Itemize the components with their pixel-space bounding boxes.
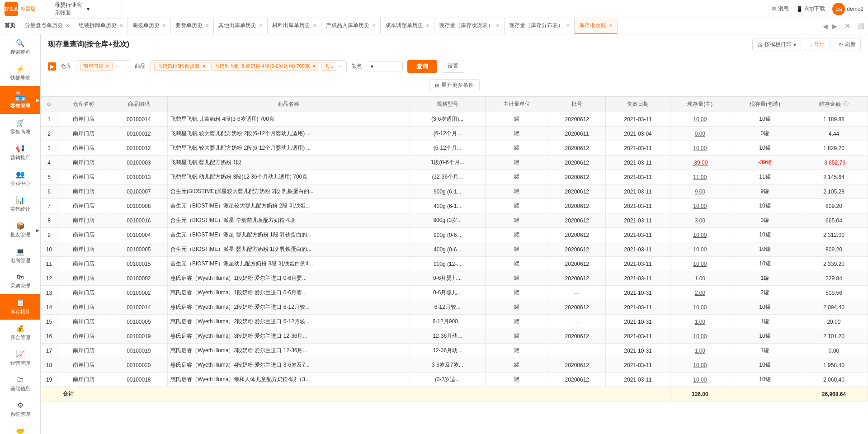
color-filter-group[interactable]: ▾ [367, 61, 403, 71]
td-stock-main[interactable]: 10.00 [670, 257, 730, 271]
marketing-icon: 📢 [16, 144, 25, 153]
td-stock-main[interactable]: 2.00 [670, 286, 730, 300]
td-name: 合生元（BIOSTIME）派星 婴儿配方奶粉 1段 乳铁蛋白的... [167, 242, 410, 257]
product-tag-1[interactable]: 飞鹤奶粉3段两提装 ✕ [154, 62, 209, 71]
tab-disassemble-label: 组装拆卸单历史 [79, 22, 117, 29]
td-stock-main[interactable]: 10.00 [670, 358, 730, 373]
td-stock-main[interactable]: 1.00 [670, 315, 730, 329]
td-stock-main[interactable]: 10.00 [670, 242, 730, 257]
tab-batch-account-close[interactable]: ✕ [609, 23, 613, 28]
sidebar-item-system[interactable]: ⚙ 系统管理 [0, 396, 40, 422]
td-stock-main[interactable]: 0.00 [670, 127, 730, 141]
sidebar-item-retail[interactable]: 🏪 零售管理 ▶ [0, 86, 40, 114]
tab-other-out-close[interactable]: ✕ [259, 23, 263, 28]
td-stock-main[interactable]: 3.00 [670, 213, 730, 228]
sidebar-item-biz[interactable]: 📈 经营管理 [0, 345, 40, 371]
sidebar-item-search[interactable]: 🔍 搜索菜单 [0, 34, 40, 60]
app-download-btn[interactable]: 📱 App下载 [796, 5, 825, 13]
product-filter-group[interactable]: 飞鹤奶粉3段两提装 ✕ 飞鹤星飞帆 儿童奶粉 4段(3-6岁适用) 700克 ✕… [150, 60, 347, 72]
product-tag-2[interactable]: 飞鹤星飞帆 儿童奶粉 4段(3-6岁适用) 700克 ✕ [211, 62, 319, 71]
warehouse-filter-group[interactable]: 南岸门店 ✕ ··· [76, 60, 130, 72]
tab-product-in-close[interactable]: ✕ [372, 23, 376, 28]
td-stock-main[interactable]: 10.00 [670, 199, 730, 213]
tab-material-out[interactable]: 材料出库单历史 ✕ [268, 18, 321, 34]
sidebar-item-finance[interactable]: 💰 资金管理 [0, 320, 40, 345]
message-btn[interactable]: ✉ 消息 [772, 5, 789, 13]
amount-info-icon[interactable]: ⓘ [843, 101, 849, 107]
td-stock-main[interactable]: 10.00 [670, 228, 730, 242]
tab-transfer-close[interactable]: ✕ [162, 23, 166, 28]
td-stock-main[interactable]: 10.00 [670, 373, 730, 387]
expand-more-btn[interactable]: ⊞ 展开更多条件 [429, 79, 480, 91]
warehouse-tag-close[interactable]: ✕ [105, 63, 109, 69]
td-stock-main[interactable]: 9.00 [670, 184, 730, 199]
tab-split-disc[interactable]: 分量盘点单历史 ✕ [20, 18, 74, 34]
td-stock-main[interactable]: 10.00 [670, 329, 730, 344]
td-stock-main[interactable]: 1.00 [670, 344, 730, 358]
close-all-tabs[interactable]: ✕ [841, 22, 854, 30]
td-unit: 罐 [485, 127, 548, 141]
product-more[interactable]: ··· [338, 63, 343, 70]
td-stock-main[interactable]: 1.00 [670, 271, 730, 286]
tab-stock-status-close[interactable]: ✕ [496, 23, 500, 28]
refresh-button[interactable]: ↻ 刷新 [834, 38, 861, 51]
product-tag-1-close[interactable]: ✕ [202, 63, 206, 69]
tab-other-out[interactable]: 其他出库单历史 ✕ [214, 18, 268, 34]
td-no: 12 [41, 271, 57, 286]
tab-product-in[interactable]: 产成品入库单历史 ✕ [321, 18, 381, 34]
td-stock-main[interactable]: -39.00 [670, 156, 730, 170]
sidebar-item-inventory[interactable]: 📋 库存核算 [0, 294, 40, 320]
tab-require-close[interactable]: ✕ [205, 23, 209, 28]
product-tag-2-close[interactable]: ✕ [312, 63, 316, 69]
tab-other-out-label: 其他出库单历史 [218, 22, 256, 29]
tab-require[interactable]: 要货单历史 ✕ [171, 18, 214, 34]
td-stock-main[interactable]: 10.00 [670, 141, 730, 156]
tab-stock-status[interactable]: 现存量（库存状况表） ✕ [434, 18, 505, 34]
tab-disassemble[interactable]: 组装拆卸单历史 ✕ [74, 18, 128, 34]
maximize-btn[interactable]: ⬜ [854, 23, 868, 29]
settings-button[interactable]: 设置 [442, 60, 464, 73]
top-bar: 好生意 标题版 母婴行业演示账套 ▾ ✉ 消息 📱 App下载 Ea demo2 [0, 0, 868, 18]
td-stock-main[interactable]: 10.00 [670, 112, 730, 127]
sidebar-item-shortcut[interactable]: ⚡ 快捷导航 [0, 60, 40, 86]
tab-disassemble-close[interactable]: ✕ [119, 23, 123, 28]
expand-filter-btn[interactable]: ▶ [48, 62, 56, 71]
tab-prev-arrow[interactable]: ◀ [821, 22, 830, 31]
tab-transfer[interactable]: 调拨单历史 ✕ [128, 18, 171, 34]
user-area[interactable]: Ea demo2 [832, 3, 863, 15]
product-tag-more[interactable]: 飞... [321, 62, 336, 71]
warehouse-more[interactable]: ··· [114, 63, 119, 70]
tab-stock-dist-close[interactable]: ✕ [566, 23, 570, 28]
print-button[interactable]: 🖨 按模板打印 ▾ [752, 38, 801, 51]
sidebar-item-marketing[interactable]: 📢 营销推广 [0, 140, 40, 165]
tab-home[interactable]: 首页 [0, 18, 20, 34]
tab-batch-account[interactable]: 库存批次账 ✕ [575, 18, 618, 34]
td-batch: 20200612 [548, 156, 606, 170]
warehouse-tag[interactable]: 南岸门店 ✕ [80, 62, 113, 71]
column-settings-icon[interactable]: ⚙ [47, 101, 52, 108]
workspace-select[interactable]: 母婴行业演示账套 ▾ [50, 0, 122, 19]
td-name: 飞鹤星飞帆 儿童奶粉 4段(3-6岁适用) 700克 [167, 112, 410, 127]
tab-cost-adjust[interactable]: 成本调整单历史 ✕ [381, 18, 434, 34]
sidebar-item-retail-shop[interactable]: 🛒 零售商城 [0, 114, 40, 140]
td-no: 1 [41, 112, 57, 127]
tab-cost-adjust-close[interactable]: ✕ [426, 23, 429, 28]
td-no: 14 [41, 300, 57, 315]
td-stock-main[interactable]: 10.00 [670, 300, 730, 315]
sidebar-item-retail-stats[interactable]: 📊 零售统计 [0, 191, 40, 217]
sidebar-item-wholesale[interactable]: 📦 批发管理 ▶ [0, 217, 40, 243]
sidebar-item-enterprise[interactable]: 🤝 企业协同 [0, 422, 40, 434]
export-button[interactable]: ↓ 导出 [805, 38, 830, 51]
app-icon: 📱 [796, 6, 803, 12]
sidebar-item-basic[interactable]: 🗂 基础信息 [0, 371, 40, 396]
table-wrapper[interactable]: ⚙ 仓库名称 商品编码 商品名称 规格型号 主计量单位 批号 失效日期 现存量(… [41, 96, 868, 434]
tab-stock-dist[interactable]: 现存量（库存分布表） ✕ [505, 18, 575, 34]
tab-material-out-close[interactable]: ✕ [313, 23, 316, 28]
tab-split-disc-close[interactable]: ✕ [66, 23, 69, 28]
td-stock-main[interactable]: 11.00 [670, 170, 730, 184]
sidebar-item-purchase[interactable]: 🛍 采购管理 [0, 269, 40, 294]
tab-next-arrow[interactable]: ▶ [830, 22, 839, 31]
sidebar-item-ecommerce[interactable]: 💻 电商管理 [0, 243, 40, 269]
search-button[interactable]: 查询 [407, 60, 437, 73]
sidebar-item-member[interactable]: 👥 会员中心 [0, 165, 40, 191]
